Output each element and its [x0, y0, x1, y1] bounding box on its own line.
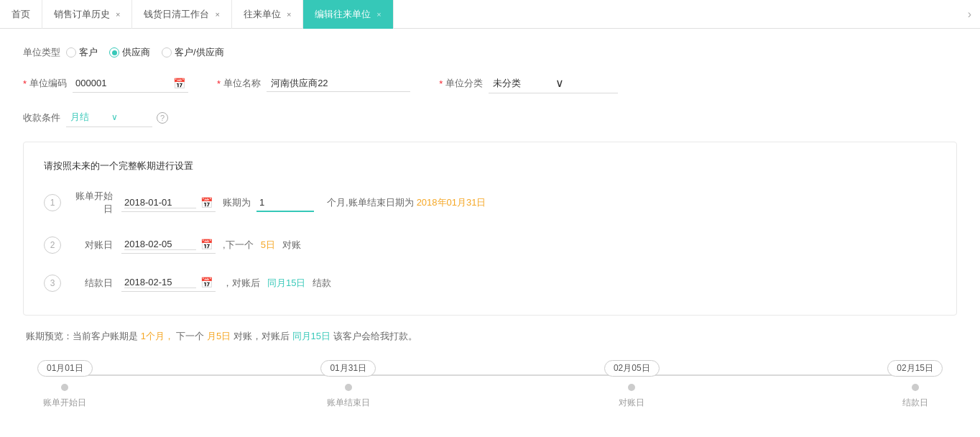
tab-partner-label: 往来单位: [244, 8, 281, 21]
reconcile-date-input-wrapper: 📅: [121, 236, 216, 254]
tab-sales-history[interactable]: 销售订单历史 ×: [42, 0, 132, 29]
close-edit-partner-icon[interactable]: ×: [376, 10, 381, 19]
payment-row: 收款条件 月结 ∨ ?: [23, 108, 957, 127]
row-3-prefix: ，对账后: [223, 277, 260, 290]
unit-name-label: 单位名称: [223, 77, 261, 90]
timeline-pill-3: 02月05日: [604, 360, 660, 377]
radio-both[interactable]: 客户/供应商: [162, 46, 224, 59]
period-num-input[interactable]: [256, 194, 314, 212]
start-date-calendar-icon[interactable]: 📅: [200, 197, 213, 208]
timeline-dot-3: [628, 384, 635, 391]
preview-after-highlight: 同月15日: [292, 331, 330, 341]
preview-text: 账期预览：当前客户账期是 1个月， 下一个 月5日 对账，对账后 同月15日 该…: [23, 330, 957, 343]
preview-period: 1个月，: [141, 331, 174, 341]
unit-code-input-wrapper: 📅: [73, 75, 188, 93]
unit-name-item: * 单位名称: [217, 75, 410, 92]
radio-customer[interactable]: 客户: [66, 46, 98, 59]
timeline-label-2: 账单结束日: [327, 397, 370, 409]
unit-info-row: * 单位编码 📅 * 单位名称 * 单位分类 未分类 ∨: [23, 73, 957, 93]
row-1-suffix1: 账期为: [223, 196, 251, 209]
timeline-label-3: 对账日: [619, 397, 644, 409]
payment-item: 收款条件 月结 ∨ ?: [23, 108, 168, 127]
unit-category-select[interactable]: 未分类 ∨: [489, 73, 618, 93]
unit-category-label: 单位分类: [445, 77, 483, 90]
row-2-label: 对账日: [73, 239, 113, 252]
payment-help-icon[interactable]: ?: [157, 112, 168, 124]
tab-edit-partner-label: 编辑往来单位: [315, 8, 371, 21]
reconcile-date-input[interactable]: [124, 239, 196, 250]
unit-name-input[interactable]: [267, 75, 410, 92]
start-date-input[interactable]: [124, 197, 196, 208]
unit-code-label: 单位编码: [29, 77, 67, 90]
radio-customer-circle: [66, 47, 76, 58]
radio-both-circle: [162, 47, 172, 58]
unit-category-item: * 单位分类 未分类 ∨: [439, 73, 618, 93]
row-3-highlight: 同月15日: [267, 277, 305, 290]
unit-name-required-star: *: [217, 78, 221, 89]
timeline-node-4: 02月15日 结款日: [887, 360, 943, 409]
timeline-pill-2: 01月31日: [320, 360, 376, 377]
timeline-line: [66, 374, 914, 376]
tab-partner[interactable]: 往来单位 ×: [232, 0, 303, 29]
payment-date-input-wrapper: 📅: [121, 274, 216, 292]
reconcile-date-calendar-icon[interactable]: 📅: [200, 239, 213, 250]
close-sales-history-icon[interactable]: ×: [116, 10, 120, 19]
unit-type-item: 单位类型 客户 供应商 客户/供应商: [23, 46, 224, 59]
tab-home-label: 首页: [11, 8, 30, 21]
close-partner-icon[interactable]: ×: [287, 10, 291, 19]
payment-label: 收款条件: [23, 111, 60, 124]
period-section: 请按照未来的一个完整帐期进行设置 1 账单开始日 📅 账期为 个月,账单结束日期…: [23, 142, 957, 316]
section-intro: 请按照未来的一个完整帐期进行设置: [44, 160, 936, 172]
timeline-pill-4: 02月15日: [887, 360, 943, 377]
tab-home[interactable]: 首页: [0, 0, 42, 29]
preview-mid-text: 下一个: [176, 331, 204, 341]
timeline-dot-1: [61, 384, 68, 391]
row-3-suffix: 结款: [313, 277, 331, 290]
unit-code-required-star: *: [23, 78, 27, 89]
close-cash-work-icon[interactable]: ×: [215, 10, 219, 19]
radio-both-label: 客户/供应商: [175, 46, 224, 59]
row-reconcile-date: 2 对账日 📅 ,下一个 5日 对账: [44, 236, 936, 254]
tab-edit-partner[interactable]: 编辑往来单位 ×: [303, 0, 393, 29]
preview-mid-highlight: 月5日: [207, 331, 231, 341]
start-date-input-wrapper: 📅: [121, 194, 216, 212]
tab-sales-history-label: 销售订单历史: [54, 8, 110, 21]
row-start-date: 1 账单开始日 📅 账期为 个月,账单结束日期为 2018年01月31日: [44, 190, 936, 216]
row-2-highlight: 5日: [261, 239, 275, 252]
timeline-node-1: 01月01日 账单开始日: [37, 360, 93, 409]
timeline-node-3: 02月05日 对账日: [604, 360, 660, 409]
tabs-bar: 首页 销售订单历史 × 钱货日清工作台 × 往来单位 × 编辑往来单位 × ›: [0, 0, 980, 29]
timeline-node-2: 01月31日 账单结束日: [320, 360, 376, 409]
row-3-num: 3: [44, 275, 61, 292]
unit-code-calendar-icon[interactable]: 📅: [173, 78, 185, 89]
preview-label: 账期预览：当前客户账期是: [26, 331, 138, 341]
unit-type-label: 单位类型: [23, 46, 60, 59]
payment-date-calendar-icon[interactable]: 📅: [200, 277, 213, 288]
preview-after-text: 对账，对账后: [234, 331, 290, 341]
timeline-dot-2: [345, 384, 352, 391]
unit-category-required-star: *: [439, 78, 443, 89]
radio-supplier[interactable]: 供应商: [109, 46, 150, 59]
payment-value: 月结: [70, 111, 107, 124]
row-2-suffix: 对账: [282, 239, 301, 252]
tab-cash-work[interactable]: 钱货日清工作台 ×: [132, 0, 231, 29]
radio-supplier-circle: [109, 47, 119, 58]
row-1-label: 账单开始日: [73, 190, 113, 216]
row-2-prefix: ,下一个: [223, 239, 254, 252]
radio-customer-label: 客户: [79, 46, 98, 59]
row-3-label: 结款日: [73, 277, 113, 290]
timeline-dot-4: [912, 384, 919, 391]
tab-more-button[interactable]: ›: [959, 8, 980, 21]
row-2-num: 2: [44, 236, 61, 254]
unit-code-input[interactable]: [75, 78, 169, 88]
unit-type-row: 单位类型 客户 供应商 客户/供应商: [23, 46, 957, 59]
timeline-label-1: 账单开始日: [43, 397, 86, 409]
row-payment-date: 3 结款日 📅 ，对账后 同月15日 结款: [44, 274, 936, 292]
payment-select[interactable]: 月结 ∨: [66, 108, 152, 127]
timeline-pill-1: 01月01日: [37, 360, 93, 377]
tab-cash-work-label: 钱货日清工作台: [144, 8, 209, 21]
unit-type-radio-group: 客户 供应商 客户/供应商: [66, 46, 224, 59]
preview-section: 账期预览：当前客户账期是 1个月， 下一个 月5日 对账，对账后 同月15日 该…: [23, 330, 957, 409]
row-1-suffix2: 个月,账单结束日期为: [327, 196, 414, 209]
payment-date-input[interactable]: [124, 277, 196, 288]
